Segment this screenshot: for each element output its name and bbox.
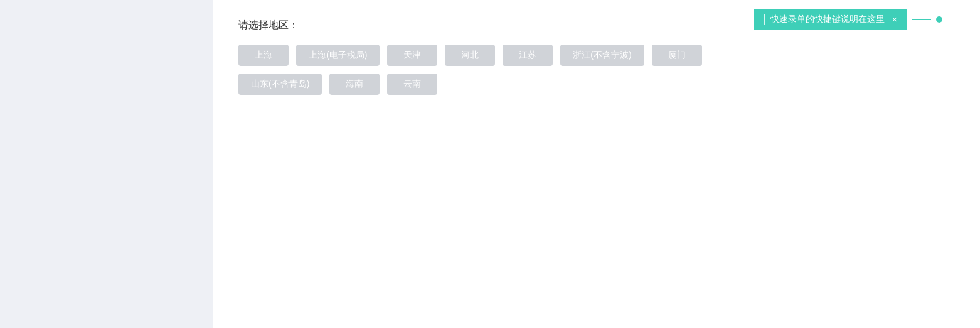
region-btn-zhejiang[interactable]: 浙江(不含宁波) (560, 45, 644, 66)
region-btn-jiangsu[interactable]: 江苏 (503, 45, 553, 66)
region-btn-shanghai[interactable]: 上海 (238, 45, 289, 66)
region-buttons-row2: 山东(不含青岛) 海南 云南 (238, 74, 955, 95)
region-btn-shandong[interactable]: 山东(不含青岛) (238, 74, 322, 95)
region-btn-hebei[interactable]: 河北 (445, 45, 495, 66)
region-btn-xiamen[interactable]: 厦门 (652, 45, 702, 66)
tooltip-connector-dot (936, 16, 942, 23)
tooltip-bubble: 快速录单的快捷键说明在这里 × (754, 9, 907, 30)
region-btn-tianjin[interactable]: 天津 (387, 45, 437, 66)
sidebar (0, 0, 213, 328)
region-btn-yunnan[interactable]: 云南 (387, 74, 437, 95)
tooltip-container: 快速录单的快捷键说明在这里 × (754, 9, 942, 30)
region-buttons-container: 上海 上海(电子税局) 天津 河北 江苏 浙江(不含宁波) 厦门 (238, 45, 955, 66)
tooltip-connector-line (912, 19, 931, 20)
tooltip-text: 快速录单的快捷键说明在这里 (770, 14, 885, 25)
tooltip-bar (764, 14, 765, 25)
main-content: 请选择地区： 上海 上海(电子税局) 天津 河北 江苏 浙江(不含宁波) 厦门 … (213, 0, 980, 328)
tooltip-close-button[interactable]: × (892, 14, 897, 25)
region-btn-shanghai-etax[interactable]: 上海(电子税局) (296, 45, 380, 66)
region-btn-hainan[interactable]: 海南 (329, 74, 380, 95)
